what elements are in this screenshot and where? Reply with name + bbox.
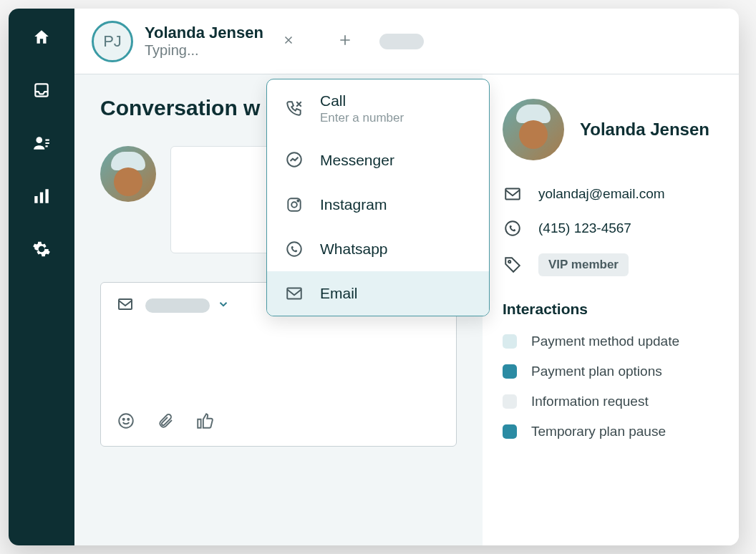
- smile-icon: [117, 412, 135, 430]
- svg-point-8: [127, 419, 129, 420]
- interaction-color-swatch: [503, 334, 517, 349]
- channel-option-instagram[interactable]: Instagram: [267, 183, 489, 227]
- svg-point-1: [36, 137, 42, 143]
- channel-label: Whatsapp: [320, 240, 388, 258]
- svg-rect-3: [40, 193, 43, 203]
- thumbs-up-icon: [195, 412, 214, 430]
- channel-option-messenger[interactable]: Messenger: [267, 138, 489, 183]
- svg-rect-9: [505, 188, 520, 199]
- channel-label: Call: [320, 92, 404, 110]
- emoji-button[interactable]: [117, 412, 135, 433]
- whatsapp-icon: [503, 219, 523, 238]
- channel-menu: Call Enter a number Messenger Instagram …: [266, 79, 490, 316]
- paperclip-icon: [157, 412, 174, 430]
- profile-header: Yolanda Jensen: [503, 99, 719, 160]
- svg-rect-5: [119, 299, 132, 309]
- nav-inbox[interactable]: [30, 79, 53, 102]
- profile-name: Yolanda Jensen: [580, 120, 709, 140]
- svg-point-6: [119, 414, 133, 428]
- channel-sublabel: Enter a number: [320, 111, 404, 125]
- chevron-down-icon: [217, 298, 230, 311]
- svg-point-14: [291, 202, 297, 208]
- tab-placeholder-pill: [379, 34, 424, 49]
- interaction-label: Temporary plan pause: [531, 424, 666, 439]
- sidebar-nav: [9, 9, 74, 545]
- channel-option-whatsapp[interactable]: Whatsapp: [267, 227, 489, 271]
- avatar-initials: PJ: [103, 32, 122, 51]
- channel-label: Messenger: [320, 152, 394, 169]
- tab-contact-name: Yolanda Jensen: [145, 24, 263, 42]
- svg-point-7: [123, 419, 125, 420]
- interaction-item[interactable]: Temporary plan pause: [503, 424, 719, 439]
- svg-point-10: [505, 221, 520, 235]
- channel-label: Instagram: [320, 196, 387, 213]
- contacts-icon: [32, 134, 51, 152]
- svg-point-11: [508, 261, 510, 263]
- svg-rect-2: [34, 196, 37, 203]
- nav-analytics[interactable]: [30, 185, 53, 208]
- interaction-item[interactable]: Payment method update: [503, 334, 719, 349]
- email-icon: [503, 185, 523, 203]
- interaction-color-swatch: [503, 424, 517, 439]
- nav-contacts[interactable]: [30, 132, 53, 155]
- profile-tag-row: VIP member: [503, 253, 719, 276]
- inbox-icon: [32, 81, 51, 99]
- interaction-item[interactable]: Information request: [503, 394, 719, 409]
- compose-dropdown-toggle[interactable]: [217, 298, 230, 314]
- tab-bar: PJ Yolanda Jensen Typing...: [74, 9, 739, 74]
- nav-home[interactable]: [30, 26, 53, 49]
- profile-phone-row[interactable]: (415) 123-4567: [503, 219, 719, 238]
- channel-label: Email: [320, 285, 358, 302]
- tab-info[interactable]: Yolanda Jensen Typing...: [145, 24, 263, 59]
- messenger-icon: [284, 151, 304, 170]
- attachment-button[interactable]: [157, 412, 174, 433]
- svg-rect-4: [45, 189, 48, 203]
- compose-channel-icon[interactable]: [117, 296, 134, 316]
- email-icon: [117, 296, 134, 313]
- svg-rect-17: [287, 288, 301, 298]
- tag-icon: [503, 256, 523, 274]
- interaction-color-swatch: [503, 364, 517, 379]
- message-avatar[interactable]: [100, 146, 156, 202]
- analytics-icon: [32, 187, 51, 205]
- close-tab-button[interactable]: [275, 29, 302, 54]
- interaction-color-swatch: [503, 394, 517, 409]
- home-icon: [32, 28, 51, 47]
- interactions-heading: Interactions: [503, 301, 719, 318]
- email-icon: [284, 284, 304, 303]
- whatsapp-icon: [284, 240, 304, 258]
- like-button[interactable]: [195, 412, 214, 433]
- svg-point-15: [297, 200, 299, 202]
- channel-option-call[interactable]: Call Enter a number: [267, 79, 489, 138]
- nav-settings[interactable]: [30, 238, 53, 261]
- profile-panel: Yolanda Jensen yolandaj@email.com (415) …: [483, 74, 739, 545]
- svg-point-16: [287, 242, 301, 256]
- profile-phone: (415) 123-4567: [538, 220, 631, 236]
- profile-avatar[interactable]: [503, 99, 564, 160]
- add-tab-button[interactable]: [331, 27, 359, 55]
- gear-icon: [32, 240, 51, 258]
- instagram-icon: [284, 195, 304, 214]
- tab-avatar[interactable]: PJ: [92, 21, 133, 62]
- phone-icon: [284, 99, 304, 118]
- close-icon: [282, 34, 295, 47]
- tab-status: Typing...: [145, 42, 263, 59]
- interaction-item[interactable]: Payment plan options: [503, 364, 719, 379]
- interaction-label: Payment plan options: [531, 364, 662, 379]
- channel-option-email[interactable]: Email: [267, 271, 489, 316]
- compose-toolbar: [117, 412, 440, 433]
- plus-icon: [338, 33, 352, 47]
- profile-email-row[interactable]: yolandaj@email.com: [503, 185, 719, 203]
- app-window: PJ Yolanda Jensen Typing... Conversation…: [9, 9, 739, 545]
- compose-recipient-pill[interactable]: [145, 298, 210, 313]
- interaction-label: Payment method update: [531, 334, 679, 349]
- interaction-label: Information request: [531, 394, 649, 409]
- profile-email: yolandaj@email.com: [538, 186, 665, 202]
- profile-tag[interactable]: VIP member: [538, 253, 629, 276]
